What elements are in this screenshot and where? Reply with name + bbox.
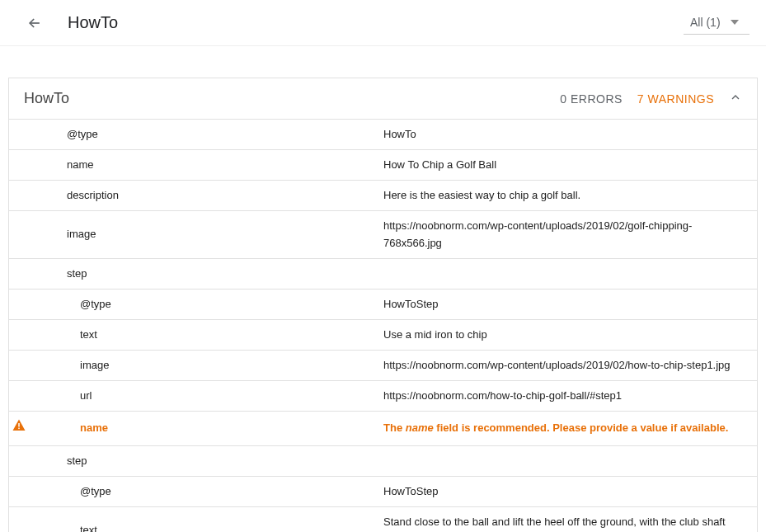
error-count: 0 ERRORS — [560, 92, 623, 106]
row-value: Use a mid iron to chip — [383, 319, 757, 350]
table-row: @typeHowToStep — [9, 476, 757, 506]
row-key: text — [37, 319, 383, 350]
table-row: textUse a mid iron to chip — [9, 319, 757, 350]
row-value: HowToStep — [383, 476, 757, 506]
row-value: Here is the easiest way to chip a golf b… — [383, 181, 757, 211]
row-icon-cell — [9, 351, 37, 381]
row-value: How To Chip a Golf Ball — [383, 150, 757, 181]
row-icon-cell — [9, 181, 37, 211]
row-icon-cell — [9, 289, 37, 319]
table-row: nameHow To Chip a Golf Ball — [9, 150, 757, 181]
row-icon-cell — [9, 476, 37, 506]
page-title: HowTo — [68, 13, 118, 32]
row-value: https://noobnorm.com/wp-content/uploads/… — [383, 211, 757, 258]
row-key: name — [37, 150, 383, 181]
row-icon-cell — [9, 120, 37, 150]
row-icon-cell — [9, 506, 37, 532]
row-value: HowToStep — [383, 289, 757, 319]
svg-rect-1 — [18, 428, 20, 430]
row-key: name — [37, 412, 383, 445]
table-row: urlhttps://noobnorm.com/how-to-chip-golf… — [9, 381, 757, 412]
row-value: Stand close to the ball and lift the hee… — [383, 506, 757, 532]
row-key: @type — [37, 289, 383, 319]
row-value: The name field is recommended. Please pr… — [383, 412, 757, 445]
row-key: url — [37, 381, 383, 412]
row-value: https://noobnorm.com/how-to-chip-golf-ba… — [383, 381, 757, 412]
row-icon-cell — [9, 258, 37, 289]
table-row: @typeHowToStep — [9, 289, 757, 319]
row-value — [383, 258, 757, 289]
row-key: step — [37, 258, 383, 289]
table-row: descriptionHere is the easiest way to ch… — [9, 181, 757, 211]
row-key: text — [37, 506, 383, 532]
row-icon-cell — [9, 445, 37, 476]
warning-icon — [12, 423, 26, 435]
table-row: step — [9, 445, 757, 476]
table-row: textStand close to the ball and lift the… — [9, 506, 757, 532]
row-key: @type — [37, 120, 383, 150]
row-icon-cell — [9, 381, 37, 412]
svg-rect-0 — [18, 423, 20, 427]
row-key: image — [37, 351, 383, 381]
row-value: https://noobnorm.com/wp-content/uploads/… — [383, 351, 757, 381]
row-key: step — [37, 445, 383, 476]
chevron-down-icon — [731, 16, 739, 29]
panel-header[interactable]: HowTo 0 ERRORS 7 WARNINGS — [9, 78, 757, 119]
filter-label: All (1) — [690, 16, 721, 29]
row-key: @type — [37, 476, 383, 506]
panel-title: HowTo — [24, 90, 560, 107]
warning-count: 7 WARNINGS — [637, 92, 714, 106]
row-value — [383, 445, 757, 476]
row-key: description — [37, 181, 383, 211]
structured-data-table: @typeHowTonameHow To Chip a Golf Balldes… — [9, 119, 757, 532]
howto-panel: HowTo 0 ERRORS 7 WARNINGS @typeHowToname… — [8, 78, 758, 532]
row-key: image — [37, 211, 383, 258]
row-value: HowTo — [383, 120, 757, 150]
top-header: HowTo All (1) — [0, 0, 766, 46]
row-icon-cell — [9, 211, 37, 258]
back-arrow-icon[interactable] — [25, 13, 45, 33]
table-row: imagehttps://noobnorm.com/wp-content/upl… — [9, 351, 757, 381]
table-row: step — [9, 258, 757, 289]
row-icon-cell — [9, 319, 37, 350]
table-row: imagehttps://noobnorm.com/wp-content/upl… — [9, 211, 757, 258]
row-icon-cell — [9, 412, 37, 445]
table-row: nameThe name field is recommended. Pleas… — [9, 412, 757, 445]
table-row: @typeHowTo — [9, 120, 757, 150]
chevron-up-icon — [729, 91, 742, 106]
filter-dropdown[interactable]: All (1) — [684, 11, 750, 35]
row-icon-cell — [9, 150, 37, 181]
